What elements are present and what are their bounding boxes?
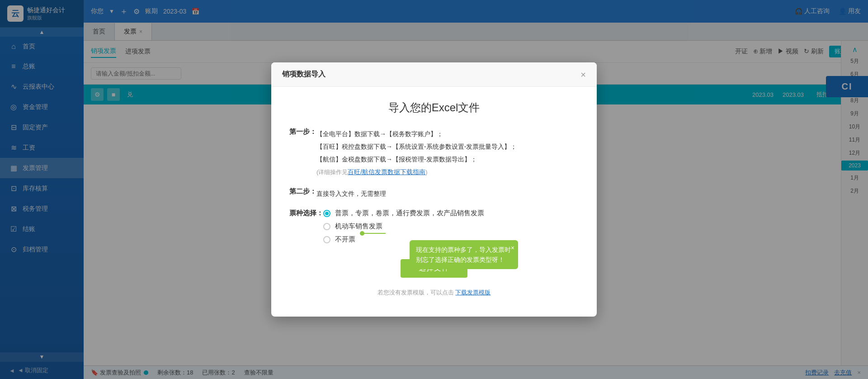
radio-option-1[interactable]: 普票，专票，卷票，通行费发票，农产品销售发票 [323, 209, 484, 218]
radio-circle-3[interactable] [323, 236, 330, 243]
step2-content: 直接导入文件，无需整理 [316, 187, 386, 200]
import-modal: 销项数据导入 × 导入您的Excel文件 第一步： 【全电平台】数据下载→【税务… [271, 62, 597, 317]
download-template-link[interactable]: 下载发票模版 [455, 289, 491, 296]
tooltip-text: 现在支持的票种多了，导入发票时别忘了选择正确的发票类型呀！ [416, 246, 511, 263]
radio-label-1: 普票，专票，卷票，通行费发票，农产品销售发票 [335, 209, 484, 218]
radio-circle-1[interactable] [323, 210, 330, 217]
radio-group: 普票，专票，卷票，通行费发票，农产品销售发票 机动车销售发票 × 现在支持的票种… [323, 209, 484, 248]
radio-inner-1 [325, 212, 329, 215]
modal-title: 销项数据导入 [282, 70, 326, 79]
step2-label: 第二步： [289, 187, 316, 196]
step1-content: 【全电平台】数据下载→【税务数字账户】； 【百旺】税控盘数据下载→【系统设置-系… [316, 128, 517, 178]
step1-line2: 【百旺】税控盘数据下载→【系统设置-系统参数设置-发票批量导入】； [316, 140, 517, 153]
step1-line1: 【全电平台】数据下载→【税务数字账户】； [316, 128, 517, 140]
modal-footer: 若您没有发票模版，可以点击 下载发票模版 [289, 289, 579, 306]
tooltip-close-btn[interactable]: × [511, 243, 514, 253]
radio-label-3: 不开票 [335, 235, 355, 244]
ticket-type-section: 票种选择： 普票，专票，卷票，通行费发票，农产品销售发票 机动车销售发票 [289, 209, 579, 248]
step2-row: 第二步： 直接导入文件，无需整理 [289, 187, 579, 200]
step1-hint-pre: (详细操作见 [316, 169, 348, 175]
step1-row: 第一步： 【全电平台】数据下载→【税务数字账户】； 【百旺】税控盘数据下载→【系… [289, 128, 579, 178]
modal-main-title: 导入您的Excel文件 [289, 100, 579, 115]
step2: 第二步： 直接导入文件，无需整理 [289, 187, 579, 200]
tooltip-bubble: × 现在支持的票种多了，导入发票时别忘了选择正确的发票类型呀！ [410, 240, 518, 270]
step1-line3: 【航信】金税盘数据下载→【报税管理-发票数据导出】； [316, 153, 517, 166]
step1-label: 第一步： [289, 128, 316, 136]
radio-circle-2[interactable] [323, 223, 330, 230]
modal-close-button[interactable]: × [580, 70, 586, 79]
step1-hint-post: ) [425, 169, 427, 175]
radio-label-2: 机动车销售发票 [335, 222, 382, 231]
step1-link[interactable]: (详细操作见百旺/航信发票数据下载指南) [316, 166, 517, 178]
tooltip-line [361, 233, 386, 234]
step1: 第一步： 【全电平台】数据下载→【税务数字账户】； 【百旺】税控盘数据下载→【系… [289, 128, 579, 178]
modal-body: 导入您的Excel文件 第一步： 【全电平台】数据下载→【税务数字账户】； 【百… [271, 87, 597, 317]
guide-link[interactable]: 百旺/航信发票数据下载指南 [348, 168, 425, 175]
ticket-type-label: 票种选择： [289, 209, 323, 218]
footer-text: 若您没有发票模版，可以点击 [377, 289, 454, 296]
modal-header: 销项数据导入 × [271, 62, 597, 87]
ticket-type-row: 票种选择： 普票，专票，卷票，通行费发票，农产品销售发票 机动车销售发票 [289, 209, 579, 248]
radio-option-2[interactable]: 机动车销售发票 × 现在支持的票种多了，导入发票时别忘了选择正确的发票类型呀！ [323, 222, 484, 231]
